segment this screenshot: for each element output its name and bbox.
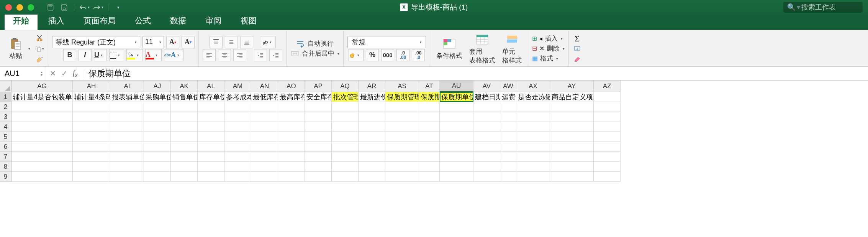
column-header[interactable]: AH bbox=[73, 81, 110, 92]
cell[interactable]: 销售单位 bbox=[171, 92, 198, 102]
cell[interactable] bbox=[198, 162, 224, 172]
cell[interactable] bbox=[500, 102, 516, 112]
column-header[interactable]: AR bbox=[359, 81, 385, 92]
cell[interactable]: 最新进价 bbox=[359, 92, 385, 102]
border-button[interactable] bbox=[109, 49, 124, 61]
cell[interactable] bbox=[550, 162, 594, 172]
cell[interactable] bbox=[305, 152, 332, 162]
cell[interactable] bbox=[144, 162, 171, 172]
cell[interactable] bbox=[500, 152, 516, 162]
cell[interactable] bbox=[550, 102, 594, 112]
zoom-button[interactable] bbox=[28, 4, 34, 11]
cell[interactable] bbox=[171, 112, 198, 122]
cell[interactable] bbox=[594, 102, 621, 112]
column-header[interactable]: AK bbox=[171, 81, 198, 92]
column-header[interactable]: AZ bbox=[594, 81, 621, 92]
fill-button[interactable] bbox=[573, 44, 582, 53]
cell[interactable] bbox=[110, 162, 144, 172]
delete-cells-button[interactable]: ⊟✕ 删除 ▾ bbox=[532, 44, 565, 53]
align-right-button[interactable] bbox=[233, 49, 246, 61]
tab-review[interactable]: 审阅 bbox=[197, 12, 230, 30]
cell[interactable] bbox=[385, 132, 419, 142]
align-bottom-button[interactable] bbox=[240, 36, 253, 48]
cell[interactable] bbox=[500, 162, 516, 172]
cell[interactable] bbox=[419, 142, 440, 152]
cell[interactable] bbox=[594, 142, 621, 152]
cell[interactable] bbox=[73, 142, 110, 152]
decrease-font-button[interactable]: A▾ bbox=[182, 36, 195, 48]
cell[interactable] bbox=[550, 122, 594, 132]
cell[interactable] bbox=[473, 132, 500, 142]
cell[interactable] bbox=[11, 162, 73, 172]
percent-button[interactable]: % bbox=[366, 49, 379, 61]
cell[interactable] bbox=[359, 112, 385, 122]
cell[interactable] bbox=[110, 112, 144, 122]
decrease-indent-button[interactable] bbox=[254, 49, 267, 61]
cell[interactable] bbox=[473, 172, 500, 182]
cell[interactable] bbox=[594, 92, 621, 102]
cell[interactable] bbox=[224, 152, 251, 162]
tab-view[interactable]: 视图 bbox=[232, 12, 265, 30]
paste-dropdown[interactable]: ▾ bbox=[28, 47, 30, 51]
search-box[interactable]: 🔍 ▾ bbox=[783, 2, 863, 13]
cell[interactable] bbox=[110, 142, 144, 152]
cell[interactable]: 辅计量4条码 bbox=[73, 92, 110, 102]
increase-decimal-button[interactable]: .0.00 bbox=[396, 49, 409, 61]
cell[interactable] bbox=[73, 112, 110, 122]
font-color-button[interactable]: A bbox=[145, 49, 162, 61]
cell[interactable] bbox=[359, 152, 385, 162]
cell[interactable] bbox=[385, 102, 419, 112]
cell[interactable]: 批次管理 bbox=[332, 92, 359, 102]
cell[interactable] bbox=[332, 152, 359, 162]
column-header[interactable]: AJ bbox=[144, 81, 171, 92]
cell[interactable] bbox=[110, 122, 144, 132]
cell[interactable] bbox=[171, 102, 198, 112]
cell[interactable] bbox=[440, 112, 473, 122]
cell[interactable] bbox=[500, 172, 516, 182]
row-header[interactable]: 9 bbox=[0, 172, 11, 182]
cell[interactable] bbox=[332, 172, 359, 182]
cell[interactable] bbox=[359, 102, 385, 112]
cell[interactable] bbox=[110, 172, 144, 182]
cell[interactable] bbox=[516, 162, 550, 172]
cell[interactable] bbox=[305, 142, 332, 152]
cell[interactable] bbox=[278, 102, 305, 112]
cell[interactable] bbox=[473, 142, 500, 152]
cell[interactable] bbox=[251, 162, 278, 172]
cell[interactable] bbox=[110, 102, 144, 112]
cell[interactable] bbox=[500, 112, 516, 122]
cell[interactable] bbox=[73, 122, 110, 132]
cell[interactable] bbox=[500, 132, 516, 142]
cell[interactable]: 库存单位 bbox=[198, 92, 224, 102]
name-box[interactable]: AU1 ▴▾ bbox=[0, 67, 45, 80]
cell[interactable] bbox=[359, 162, 385, 172]
cell[interactable] bbox=[419, 152, 440, 162]
cell[interactable] bbox=[251, 112, 278, 122]
cell[interactable] bbox=[332, 102, 359, 112]
cell[interactable] bbox=[473, 102, 500, 112]
fx-button[interactable]: fx bbox=[73, 69, 78, 79]
cell[interactable] bbox=[224, 102, 251, 112]
cell[interactable] bbox=[198, 112, 224, 122]
cell[interactable]: 参考成本 bbox=[224, 92, 251, 102]
cell[interactable] bbox=[419, 162, 440, 172]
cell[interactable] bbox=[11, 132, 73, 142]
autosum-button[interactable]: Σ bbox=[573, 34, 582, 43]
cell[interactable] bbox=[144, 102, 171, 112]
cell[interactable] bbox=[11, 112, 73, 122]
cell[interactable] bbox=[251, 152, 278, 162]
align-middle-button[interactable] bbox=[225, 36, 238, 48]
decrease-decimal-button[interactable]: .00.0 bbox=[412, 49, 425, 61]
cell[interactable] bbox=[516, 112, 550, 122]
cell[interactable] bbox=[305, 112, 332, 122]
cell[interactable] bbox=[144, 112, 171, 122]
cell[interactable] bbox=[73, 152, 110, 162]
phonetic-button[interactable]: abcA bbox=[164, 49, 183, 61]
row-header[interactable]: 3 bbox=[0, 112, 11, 122]
paste-button[interactable]: 粘贴 bbox=[6, 36, 25, 61]
font-size-select[interactable]: 11▾ bbox=[142, 36, 164, 48]
cell[interactable] bbox=[440, 152, 473, 162]
cell[interactable]: 商品自定义项 bbox=[550, 92, 594, 102]
cell[interactable] bbox=[144, 122, 171, 132]
cell[interactable] bbox=[251, 122, 278, 132]
